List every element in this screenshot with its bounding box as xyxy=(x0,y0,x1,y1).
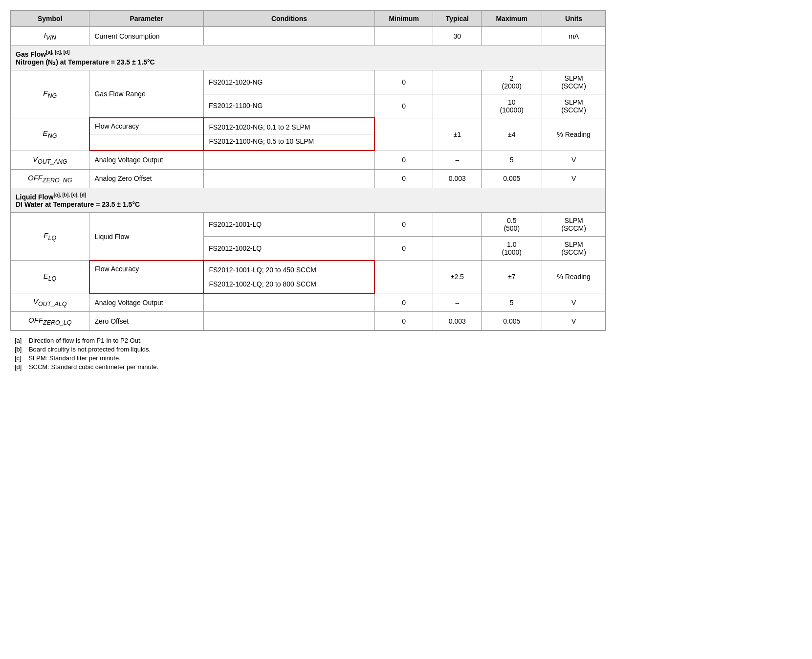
off-zero-lq-row: OFFZERO_LQ Zero Offset 0 0.003 0.005 V xyxy=(11,312,606,330)
vout-alq-row: VOUT_ALQ Analog Voltage Output 0 – 5 V xyxy=(11,293,606,312)
header-symbol: Symbol xyxy=(11,11,89,27)
elq-conditions-inner-table: FS2012-1001-LQ; 20 to 450 SCCM FS2012-10… xyxy=(204,263,374,291)
vout-alq-symbol: VOUT_ALQ xyxy=(11,293,89,312)
vout-ang-conditions xyxy=(203,151,374,169)
footnotes-section: [a] Direction of flow is from P1 In to P… xyxy=(10,337,802,371)
off-zero-lq-minimum: 0 xyxy=(374,312,433,330)
off-zero-ng-parameter: Analog Zero Offset xyxy=(89,169,203,188)
gas-flow-subtitle: Nitrogen (N₂) at Temperature = 23.5 ± 1.… xyxy=(16,58,600,66)
footnote-d: [d] SCCM: Standard cubic centimeter per … xyxy=(10,363,802,371)
elq-maximum: ±7 xyxy=(482,261,542,293)
elq-conditions-cell: FS2012-1001-LQ; 20 to 450 SCCM FS2012-10… xyxy=(203,261,374,293)
flq-row-1: FLQ Liquid Flow FS2012-1001-LQ 0 0.5(500… xyxy=(11,213,606,237)
vout-ang-parameter: Analog Voltage Output xyxy=(89,151,203,169)
gas-flow-footnote-refs: [a], [c], [d] xyxy=(46,49,69,55)
vout-alq-minimum: 0 xyxy=(374,293,433,312)
flq-max-1: 0.5(500) xyxy=(482,213,542,237)
header-units: Units xyxy=(542,11,606,27)
vin-maximum xyxy=(482,27,542,45)
elq-cond-2: FS2012-1002-LQ; 20 to 800 SCCM xyxy=(204,277,374,291)
footnote-b-ref: [b] xyxy=(15,346,22,353)
off-zero-ng-maximum: 0.005 xyxy=(482,169,542,188)
footnote-c-ref: [c] xyxy=(15,354,22,362)
fng-min-2: 0 xyxy=(374,94,433,118)
vin-symbol: IVIN xyxy=(11,27,89,45)
footnote-d-ref: [d] xyxy=(15,363,22,371)
vout-ang-symbol: VOUT_ANG xyxy=(11,151,89,169)
header-conditions: Conditions xyxy=(203,11,374,27)
vin-typical: 30 xyxy=(433,27,482,45)
gas-flow-section-header: Gas Flow[a], [c], [d] Nitrogen (N₂) at T… xyxy=(11,45,606,70)
liquid-flow-section-header: Liquid Flow[a], [b], [c], [d] DI Water a… xyxy=(11,188,606,213)
eng-condition-row-2: FS2012-1100-NG; 0.5 to 10 SLPM xyxy=(204,134,374,149)
vin-parameter: Current Consumption xyxy=(89,27,203,45)
elq-symbol: ELQ xyxy=(11,261,89,293)
liquid-flow-subtitle: DI Water at Temperature = 23.5 ± 1.5°C xyxy=(16,200,600,208)
eng-typical: ±1 xyxy=(433,118,482,151)
off-zero-ng-row: OFFZERO_NG Analog Zero Offset 0 0.003 0.… xyxy=(11,169,606,188)
vin-conditions xyxy=(203,27,374,45)
footnote-a-ref: [a] xyxy=(15,337,22,344)
vout-ang-row: VOUT_ANG Analog Voltage Output 0 – 5 V xyxy=(11,151,606,169)
vout-alq-conditions xyxy=(203,293,374,312)
off-zero-lq-parameter: Zero Offset xyxy=(89,312,203,330)
footnote-d-text: SCCM: Standard cubic centimeter per minu… xyxy=(29,363,158,371)
eng-minimum xyxy=(374,118,433,151)
elq-row: ELQ Flow Accuracy FS2012-1001-LQ; 20 to … xyxy=(11,261,606,293)
eng-parameter-label-inner2 xyxy=(90,134,203,150)
vout-ang-units: V xyxy=(542,151,606,169)
vout-alq-typical: – xyxy=(433,293,482,312)
eng-cond-1: FS2012-1020-NG; 0.1 to 2 SLPM xyxy=(204,120,374,134)
header-typical: Typical xyxy=(433,11,482,27)
footnote-a: [a] Direction of flow is from P1 In to P… xyxy=(10,337,802,344)
footnote-b-text: Board circuitry is not protected from li… xyxy=(29,346,151,353)
fng-row-1: FNG Gas Flow Range FS2012-1020-NG 0 2(20… xyxy=(11,70,606,94)
eng-conditions-cell: FS2012-1020-NG; 0.1 to 2 SLPM FS2012-110… xyxy=(203,118,374,151)
liquid-flow-footnote-refs: [a], [b], [c], [d] xyxy=(54,192,87,198)
eng-parameter: Flow Accuracy xyxy=(89,118,203,151)
flq-conditions-2: FS2012-1002-LQ xyxy=(203,237,374,261)
vin-minimum xyxy=(374,27,433,45)
eng-conditions-inner-table: FS2012-1020-NG; 0.1 to 2 SLPM FS2012-110… xyxy=(204,120,374,148)
elq-parameter-label-inner: Flow Accuracy xyxy=(90,261,203,277)
vout-ang-typical: – xyxy=(433,151,482,169)
footnote-b: [b] Board circuitry is not protected fro… xyxy=(10,346,802,353)
eng-symbol: ENG xyxy=(11,118,89,151)
off-zero-ng-conditions xyxy=(203,169,374,188)
flq-min-2: 0 xyxy=(374,237,433,261)
flq-units-2: SLPM(SCCM) xyxy=(542,237,606,261)
flq-max-2: 1.0(1000) xyxy=(482,237,542,261)
fng-units-1: SLPM(SCCM) xyxy=(542,70,606,94)
fng-symbol: FNG xyxy=(11,70,89,118)
liquid-flow-title: Liquid Flow[a], [b], [c], [d] xyxy=(16,192,600,201)
vout-ang-minimum: 0 xyxy=(374,151,433,169)
flq-conditions-1: FS2012-1001-LQ xyxy=(203,213,374,237)
fng-parameter: Gas Flow Range xyxy=(89,70,203,118)
fng-typ-2 xyxy=(433,94,482,118)
fng-max-2: 10(10000) xyxy=(482,94,542,118)
flq-typ-2 xyxy=(433,237,482,261)
header-minimum: Minimum xyxy=(374,11,433,27)
eng-maximum: ±4 xyxy=(482,118,542,151)
specifications-table: Symbol Parameter Conditions Minimum Typi… xyxy=(10,10,606,330)
footnote-c-text: SLPM: Standard liter per minute. xyxy=(28,354,121,362)
vout-ang-maximum: 5 xyxy=(482,151,542,169)
off-zero-ng-typical: 0.003 xyxy=(433,169,482,188)
off-zero-lq-maximum: 0.005 xyxy=(482,312,542,330)
main-table-wrapper: Symbol Parameter Conditions Minimum Typi… xyxy=(10,10,606,331)
off-zero-ng-symbol: OFFZERO_NG xyxy=(11,169,89,188)
off-zero-lq-typical: 0.003 xyxy=(433,312,482,330)
flq-typ-1 xyxy=(433,213,482,237)
flq-min-1: 0 xyxy=(374,213,433,237)
off-zero-lq-symbol: OFFZERO_LQ xyxy=(11,312,89,330)
footnote-a-text: Direction of flow is from P1 In to P2 Ou… xyxy=(29,337,142,344)
elq-minimum xyxy=(374,261,433,293)
off-zero-ng-units: V xyxy=(542,169,606,188)
eng-cond-2: FS2012-1100-NG; 0.5 to 10 SLPM xyxy=(204,134,374,149)
fng-conditions-1: FS2012-1020-NG xyxy=(203,70,374,94)
eng-condition-row-1: FS2012-1020-NG; 0.1 to 2 SLPM xyxy=(204,120,374,134)
gas-flow-title: Gas Flow[a], [c], [d] xyxy=(16,49,600,58)
elq-parameter-label-inner2 xyxy=(90,277,203,293)
off-zero-ng-minimum: 0 xyxy=(374,169,433,188)
fng-units-2: SLPM(SCCM) xyxy=(542,94,606,118)
